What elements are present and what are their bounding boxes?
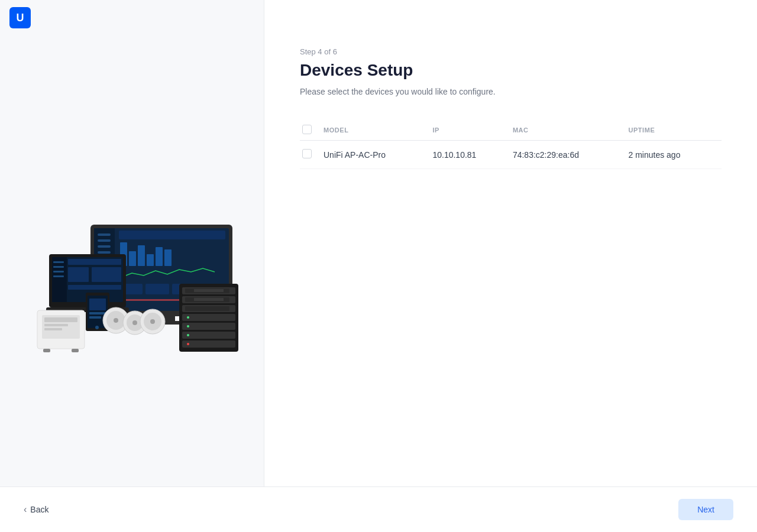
svg-rect-61 [182, 314, 235, 321]
svg-rect-11 [138, 245, 145, 266]
svg-point-71 [187, 343, 189, 345]
table-header-row: MODEL IP MAC UPTIME [300, 120, 722, 141]
svg-rect-31 [92, 267, 121, 282]
right-panel: Step 4 of 6 Devices Setup Please select … [264, 0, 757, 532]
svg-rect-62 [182, 323, 235, 330]
select-all-header [300, 120, 323, 141]
svg-rect-5 [98, 239, 111, 242]
table-header: MODEL IP MAC UPTIME [300, 120, 722, 141]
svg-rect-56 [72, 349, 79, 352]
svg-rect-12 [147, 254, 154, 266]
svg-rect-13 [156, 247, 163, 266]
logo-button[interactable]: U [9, 7, 31, 28]
back-chevron-icon: ‹ [24, 504, 27, 515]
footer: ‹ Back Next [0, 486, 757, 532]
row-checkbox-cell[interactable] [300, 141, 323, 169]
svg-rect-7 [98, 251, 111, 254]
svg-rect-29 [68, 259, 121, 265]
uptime-column-header: UPTIME [628, 120, 722, 141]
svg-rect-54 [44, 328, 62, 330]
svg-rect-63 [182, 332, 235, 339]
svg-point-40 [95, 326, 99, 329]
svg-rect-64 [182, 340, 235, 348]
page-title: Devices Setup [300, 61, 722, 80]
step-label: Step 4 of 6 [300, 47, 722, 56]
svg-rect-25 [53, 261, 64, 263]
svg-rect-75 [194, 289, 224, 292]
back-button[interactable]: ‹ Back [24, 499, 48, 520]
svg-rect-32 [68, 285, 121, 290]
row-checkbox[interactable] [302, 149, 312, 158]
svg-point-49 [150, 319, 155, 324]
svg-rect-38 [89, 312, 106, 314]
svg-rect-24 [52, 257, 67, 302]
svg-rect-37 [89, 299, 106, 310]
next-label: Next [697, 505, 714, 514]
svg-rect-16 [145, 284, 169, 294]
svg-rect-52 [44, 317, 77, 322]
svg-rect-8 [119, 231, 225, 239]
svg-rect-39 [89, 316, 101, 319]
row-uptime: 2 minutes ago [628, 141, 722, 169]
row-model: UniFi AP-AC-Pro [323, 141, 432, 169]
left-panel [0, 0, 264, 532]
svg-rect-26 [53, 266, 64, 268]
svg-rect-74 [185, 306, 229, 311]
svg-point-69 [187, 325, 189, 327]
table-row[interactable]: UniFi AP-AC-Pro 10.10.10.81 74:83:c2:29:… [300, 141, 722, 169]
svg-rect-55 [43, 349, 50, 352]
table-body: UniFi AP-AC-Pro 10.10.10.81 74:83:c2:29:… [300, 141, 722, 169]
page-description: Please select the devices you would like… [300, 87, 722, 96]
svg-point-68 [187, 316, 189, 319]
logo-icon: U [17, 12, 24, 24]
svg-rect-27 [53, 271, 64, 273]
model-column-header: MODEL [323, 120, 432, 141]
row-mac: 74:83:c2:29:ea:6d [513, 141, 629, 169]
svg-point-70 [187, 334, 189, 336]
header: U [0, 0, 757, 35]
svg-rect-4 [98, 233, 111, 236]
mac-column-header: MAC [513, 120, 629, 141]
svg-rect-14 [164, 249, 172, 266]
svg-rect-6 [98, 245, 111, 248]
svg-point-46 [132, 320, 137, 325]
device-illustration [20, 225, 244, 355]
devices-table: MODEL IP MAC UPTIME [300, 120, 722, 169]
content-area: Step 4 of 6 Devices Setup Please select … [264, 0, 757, 532]
svg-point-43 [114, 318, 118, 323]
svg-rect-28 [53, 275, 64, 277]
svg-rect-53 [44, 324, 68, 326]
svg-rect-30 [68, 267, 89, 282]
row-ip: 10.10.10.81 [432, 141, 512, 169]
back-label: Back [30, 505, 48, 514]
svg-rect-10 [129, 251, 136, 266]
next-button[interactable]: Next [678, 499, 733, 520]
ip-column-header: IP [432, 120, 512, 141]
svg-rect-76 [194, 298, 224, 301]
select-all-checkbox[interactable] [302, 125, 312, 134]
main-layout: Step 4 of 6 Devices Setup Please select … [0, 0, 757, 532]
